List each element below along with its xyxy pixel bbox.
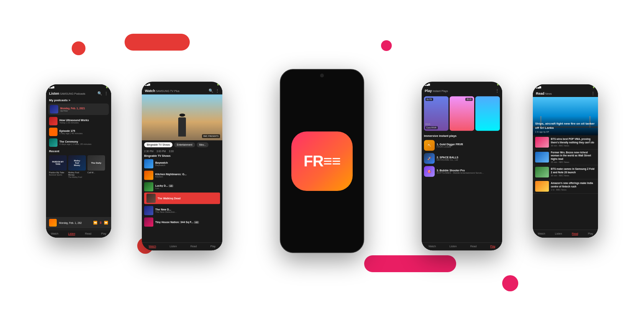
score-badge: 85:05	[465, 98, 473, 101]
play-header-icons: ⋮	[495, 89, 499, 93]
watch-status-bar: ▂▄▆ 🔋	[142, 82, 222, 86]
nav-watch[interactable]: Watch	[51, 232, 59, 235]
menu-icon-r[interactable]: ⋮	[591, 91, 595, 95]
news-item-bezos[interactable]: Former Mrs. Bezos now richest woman in t…	[533, 150, 598, 165]
space-balls-icon: 🚀	[424, 153, 435, 164]
nav-read[interactable]: Read	[85, 232, 92, 235]
menu-icon[interactable]: ⋮	[104, 91, 108, 95]
news-meta-3: 30 min · BBC News	[551, 174, 596, 177]
featured-podcast[interactable]: Monday, Feb. 1, 2021 Up First	[48, 104, 109, 115]
menu-icon-w[interactable]: ⋮	[215, 89, 219, 93]
play-nav-watch[interactable]: Watch	[429, 245, 436, 248]
now-playing-controls[interactable]: ⏪ ⏸ ⏩	[93, 221, 108, 225]
play-nav-play-active[interactable]: Play	[490, 245, 496, 248]
read-nav-watch[interactable]: Watch	[538, 232, 545, 235]
game-preview-3[interactable]	[475, 96, 500, 131]
news-item-bts-vma[interactable]: BTS wins best POP VMA, proving there's l…	[533, 135, 598, 150]
motley-thumb: MotleyFoolMoney	[68, 155, 86, 171]
game-gold-digger[interactable]: ⛏ 1. Gold Digger FRVR FRVR Limited	[422, 139, 502, 152]
ceremony-meta: 6 days ago | 1 hour, 28 minutes	[59, 143, 108, 145]
signal-icon-r: ▂▄▆	[536, 85, 541, 88]
phone-watch: ▂▄▆ 🔋 Watch SAMSUNG TV Plus 🔍 ⋮ BMC PRES…	[142, 82, 222, 250]
watch-header-icons: 🔍 ⋮	[209, 89, 219, 93]
up-first-info: Monday, Feb. 1, 2021 Up First	[60, 107, 85, 112]
signal-icon-p: ▂▄▆	[425, 83, 430, 85]
listen-header-icons: 🔍 ⋮	[97, 91, 108, 95]
podcast-ceremony[interactable]: The Ceremony 6 days ago | 1 hour, 28 min…	[46, 137, 111, 148]
walking-dead-thumb	[146, 194, 156, 203]
show-lucky[interactable]: Lucky D... +1 Luc...	[142, 181, 222, 192]
daily-thumb: The Daily	[87, 155, 105, 171]
forward-icon[interactable]: ⏩	[104, 221, 108, 225]
ceremony-info: The Ceremony 6 days ago | 1 hour, 28 min…	[59, 140, 108, 145]
watch-nav-read[interactable]: Read	[191, 245, 197, 248]
instant-plays-title: Immersive instant plays	[422, 133, 502, 139]
news-info-1: BTS wins best POP VMA, proving there's l…	[551, 138, 596, 147]
hero-news[interactable]: Ships, aircraft fight new fire on oil ta…	[533, 97, 598, 135]
show-baywatch[interactable]: Baywatch Baywatch	[142, 158, 222, 169]
read-title: Read	[536, 92, 544, 95]
game-bubble-shooter[interactable]: 🎯 3. Bubble Shooter Pro SOFTGAMES - Mobi…	[422, 165, 502, 178]
new-d-sub: The New Detective...	[155, 211, 220, 213]
hero-news-title: Ships, aircraft fight new fire on oil ta…	[535, 122, 596, 130]
game-space-balls[interactable]: 🚀 2. SPACE BALLS MOVIGAME Co., Ltd	[422, 152, 502, 165]
show-kitchen[interactable]: Kitchen Nightmares: G... Kitchen	[142, 169, 222, 181]
podcast-ultrasound[interactable]: How Ultrasound Works Today | 23 minutes	[46, 116, 111, 127]
walking-dead-info: The Walking Dead	[158, 197, 218, 200]
show-tiny-house[interactable]: Tiny House Nation: 344 Sq F... +1	[142, 216, 222, 228]
watch-nav-listen[interactable]: Listen	[170, 245, 177, 248]
news-item-bts-samsung[interactable]: BTS make cameo in Samsung Z Fold 2 and N…	[533, 165, 598, 179]
search-icon-w[interactable]: 🔍	[209, 89, 213, 93]
now-playing-bar[interactable]: Monday, Feb. 1, 282 ⏪ ⏸ ⏩	[46, 217, 111, 228]
read-header-icons: ⋮	[591, 91, 595, 95]
space-balls-name: 2. SPACE BALLS	[437, 156, 500, 159]
nav-play[interactable]: Play	[101, 232, 107, 235]
signal-icon-w: ▂▄▆	[145, 83, 150, 85]
phone-center: FR≡≡	[280, 69, 364, 253]
video-preview[interactable]: BMC PRESENTS	[142, 94, 222, 140]
show-new-detective[interactable]: The New D... The New Detective...	[142, 205, 222, 216]
tiny-house-info: Tiny House Nation: 344 Sq F... +1	[155, 221, 220, 223]
time-3: 3:30	[169, 150, 174, 153]
read-nav-listen[interactable]: Listen	[555, 232, 562, 235]
read-bottom-nav: Watch Listen Read Play	[533, 230, 598, 238]
news-item-amazon[interactable]: Amazon's new offerings make India centre…	[533, 179, 598, 194]
watch-tabs: Bingeable TV Shows Entertainment Mov...	[142, 140, 222, 149]
game-preview-2[interactable]: 85:05	[450, 96, 474, 131]
play-pause-icon[interactable]: ⏸	[99, 221, 102, 225]
phone-play: ▂▄▆ 🔋 Play Instant Plays ⋮ ELITE Cave FR…	[422, 82, 502, 250]
watch-nav-play[interactable]: Play	[210, 245, 216, 248]
watch-nav-watch-active[interactable]: Watch	[149, 245, 156, 248]
deco-dot-4	[502, 275, 518, 291]
video-figure-group	[178, 113, 186, 136]
game-preview-1[interactable]: ELITE Cave FRVR FRVR	[424, 96, 449, 131]
recent-pardon[interactable]: PARDON MY TAKE Pardon My Take Barstool S…	[49, 155, 67, 178]
read-nav-play[interactable]: Play	[588, 232, 593, 235]
rewind-icon[interactable]: ⏪	[93, 221, 97, 225]
menu-icon-p[interactable]: ⋮	[495, 89, 499, 93]
recent-motley[interactable]: MotleyFoolMoney Motley Fool Money The Mo…	[68, 155, 86, 178]
tab-bingeable[interactable]: Bingeable TV Shows	[144, 142, 172, 147]
lucky-sub: Luc...	[155, 187, 220, 189]
play-nav-read[interactable]: Read	[470, 245, 477, 248]
daily-label: Call M...	[87, 171, 105, 174]
recent-daily[interactable]: The Daily Call M...	[87, 155, 105, 178]
bmc-badge: BMC PRESENTS	[202, 134, 220, 138]
tab-movies[interactable]: Mov...	[197, 142, 209, 147]
play-header: Play Instant Plays ⋮	[422, 86, 502, 94]
play-nav-listen[interactable]: Listen	[450, 245, 457, 248]
kitchen-thumb	[144, 171, 153, 180]
nav-listen-active[interactable]: Listen	[68, 232, 76, 235]
new-d-name: The New D...	[155, 208, 220, 211]
deco-dot-2	[381, 40, 392, 51]
tab-entertainment[interactable]: Entertainment	[174, 142, 195, 147]
show-walking-dead[interactable]: The Walking Dead	[144, 192, 220, 204]
ultrasound-info: How Ultrasound Works Today | 23 minutes	[59, 119, 108, 124]
search-icon[interactable]: 🔍	[97, 91, 102, 95]
lucky-info: Lucky D... +1 Luc...	[155, 184, 220, 189]
read-nav-read-active[interactable]: Read	[572, 232, 578, 235]
up-first-date: Monday, Feb. 1, 2021	[60, 107, 85, 110]
podcast-episode[interactable]: Episode 175 1 day ago | 46 minutes	[46, 127, 111, 137]
bubble-shooter-info: 3. Bubble Shooter Pro SOFTGAMES - Mobile…	[437, 169, 500, 174]
free-logo-text: FR≡≡	[304, 153, 340, 170]
